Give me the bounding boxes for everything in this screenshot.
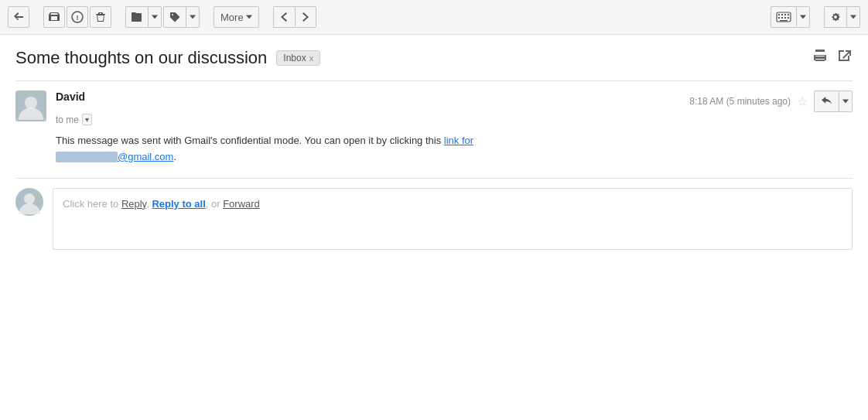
- subject-left: Some thoughts on our discussion Inbox x: [15, 48, 320, 68]
- svg-text:!: !: [77, 14, 79, 22]
- reply-all-label: Reply to all: [152, 198, 205, 210]
- email-content: This message was sent with Gmail's confi…: [56, 133, 853, 166]
- action-group: !: [43, 6, 111, 28]
- email-body-end: .: [173, 151, 176, 162]
- keyboard-dropdown-button[interactable]: [796, 6, 810, 28]
- labels-split: [163, 6, 200, 28]
- email-message: David 8:18 AM (5 minutes ago) ☆: [15, 90, 853, 178]
- to-me-row: to me ▾: [56, 114, 853, 125]
- reply-avatar: [15, 188, 43, 216]
- move-to-split: [125, 6, 162, 28]
- reply-input-area[interactable]: Click here to Reply, Reply to all, or Fo…: [53, 188, 853, 250]
- reply-label: Reply: [121, 198, 146, 210]
- sender-name: David: [56, 90, 85, 103]
- reply-box: Click here to Reply, Reply to all, or Fo…: [15, 178, 853, 250]
- inbox-badge: Inbox x: [276, 50, 320, 66]
- confidential-link[interactable]: link for: [444, 135, 473, 146]
- link-text: link for: [444, 135, 473, 146]
- folder-label-group: [125, 6, 200, 28]
- email-thread: David 8:18 AM (5 minutes ago) ☆: [15, 80, 853, 250]
- svg-rect-6: [788, 14, 789, 15]
- svg-point-12: [25, 97, 37, 109]
- nav-prev-button[interactable]: [273, 6, 295, 28]
- svg-rect-7: [778, 17, 780, 19]
- archive-button[interactable]: [43, 6, 65, 28]
- to-me-label: to me: [56, 114, 79, 125]
- blurred-email-address: [56, 152, 118, 162]
- labels-dropdown-button[interactable]: [186, 6, 200, 28]
- email-meta: 8:18 AM (5 minutes ago) ☆: [689, 90, 853, 112]
- email-container: Some thoughts on our discussion Inbox x: [0, 35, 868, 262]
- more-button[interactable]: More: [214, 6, 259, 28]
- gmail-link[interactable]: @gmail.com: [118, 151, 173, 162]
- svg-rect-5: [784, 14, 786, 15]
- subject-title: Some thoughts on our discussion: [15, 48, 267, 68]
- email-body-text: This message was sent with Gmail's confi…: [56, 135, 444, 146]
- email-time: 8:18 AM (5 minutes ago): [689, 96, 791, 107]
- more-label: More: [220, 12, 244, 23]
- keyboard-button[interactable]: [771, 6, 796, 28]
- subject-actions: [811, 47, 853, 68]
- inbox-badge-label: Inbox: [283, 53, 306, 63]
- labels-button[interactable]: [163, 6, 186, 28]
- move-to-dropdown-button[interactable]: [148, 6, 162, 28]
- subject-line: Some thoughts on our discussion Inbox x: [15, 47, 853, 68]
- svg-rect-8: [781, 17, 783, 19]
- move-to-button[interactable]: [125, 6, 148, 28]
- reply-click-here: Click here to: [63, 198, 121, 210]
- keyboard-split: [771, 6, 810, 28]
- reply-actions: [814, 90, 853, 112]
- star-button[interactable]: ☆: [797, 94, 808, 109]
- to-me-dropdown[interactable]: ▾: [82, 114, 92, 125]
- back-button[interactable]: [8, 6, 29, 28]
- delete-button[interactable]: [90, 6, 111, 28]
- email-part: @gmail.com: [118, 151, 173, 162]
- nav-next-button[interactable]: [295, 6, 316, 28]
- settings-dropdown-button[interactable]: [846, 6, 860, 28]
- settings-button[interactable]: [824, 6, 846, 28]
- svg-rect-10: [788, 17, 789, 19]
- print-button[interactable]: [811, 47, 829, 68]
- email-header-row: David 8:18 AM (5 minutes ago) ☆: [56, 90, 853, 112]
- reply-button[interactable]: [814, 90, 839, 112]
- svg-rect-11: [780, 20, 788, 22]
- settings-split: [824, 6, 860, 28]
- svg-point-13: [24, 193, 35, 204]
- svg-rect-3: [778, 14, 780, 15]
- nav-pair: [273, 6, 316, 28]
- popout-button[interactable]: [836, 47, 853, 68]
- inbox-badge-close[interactable]: x: [309, 53, 314, 63]
- svg-rect-9: [784, 17, 786, 19]
- reply-link[interactable]: Reply: [121, 198, 146, 210]
- or-label: , or: [206, 198, 223, 210]
- email-body: David 8:18 AM (5 minutes ago) ☆: [56, 90, 853, 166]
- nav-back-group: [8, 6, 29, 28]
- main-toolbar: ! More: [0, 0, 868, 35]
- reply-all-link[interactable]: Reply to all: [152, 198, 205, 210]
- reply-dropdown-button[interactable]: [839, 90, 853, 112]
- svg-rect-4: [781, 14, 783, 15]
- forward-label: Forward: [223, 198, 260, 210]
- avatar: [15, 90, 46, 121]
- report-spam-button[interactable]: !: [67, 6, 88, 28]
- forward-link[interactable]: Forward: [223, 198, 260, 210]
